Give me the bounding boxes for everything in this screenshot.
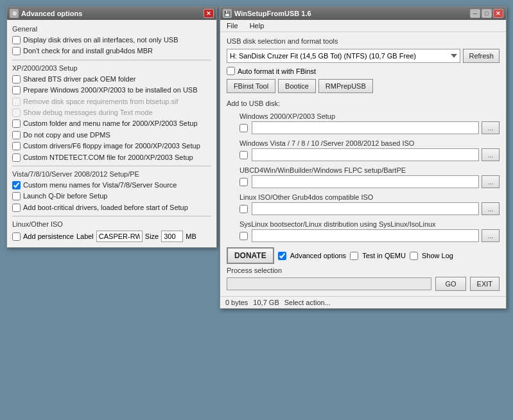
win-vista-checkbox[interactable] bbox=[239, 151, 248, 159]
main-minimize-button[interactable]: ─ bbox=[470, 9, 480, 18]
status-bytes: 0 bytes bbox=[225, 299, 248, 306]
bootice-button[interactable]: Bootice bbox=[278, 79, 316, 93]
ubcd-path-input[interactable] bbox=[252, 175, 479, 188]
win-vista-entry: Windows Vista / 7 / 8 / 10 /Server 2008/… bbox=[227, 139, 500, 161]
custom-menu-checkbox[interactable] bbox=[12, 181, 21, 189]
launch-qdir-label[interactable]: Launch Q-Dir before Setup bbox=[23, 191, 107, 201]
dont-check-grub-checkbox[interactable] bbox=[12, 47, 21, 55]
ubcd-browse-button[interactable]: ... bbox=[482, 175, 500, 188]
fbinst-tool-button[interactable]: FBinst Tool bbox=[227, 79, 275, 93]
rmprepusb-button[interactable]: RMPrepUSB bbox=[318, 79, 373, 93]
win-vista-browse-button[interactable]: ... bbox=[482, 148, 500, 161]
linux-iso-checkbox[interactable] bbox=[239, 205, 248, 213]
win-xp-entry: Windows 2000/XP/2003 Setup ... bbox=[227, 112, 500, 134]
main-maximize-button[interactable]: □ bbox=[482, 9, 492, 18]
main-window-title: WinSetupFromUSB 1.6 bbox=[234, 10, 311, 17]
custom-ntdetect-checkbox[interactable] bbox=[12, 153, 21, 162]
go-button[interactable]: GO bbox=[435, 277, 465, 291]
add-boot-critical-label[interactable]: Add boot-critical drivers, loaded before… bbox=[23, 203, 188, 213]
win-xp-browse-button[interactable]: ... bbox=[482, 121, 500, 134]
test-qemu-label[interactable]: Test in QEMU bbox=[362, 252, 406, 259]
win-xp-path-input[interactable] bbox=[252, 121, 479, 134]
add-persistence-checkbox[interactable] bbox=[12, 232, 21, 241]
win-vista-input-row: ... bbox=[239, 148, 500, 161]
refresh-button[interactable]: Refresh bbox=[463, 49, 500, 63]
ubcd-entry: UBCD4Win/WinBuilder/Windows FLPC setup/B… bbox=[227, 166, 500, 188]
do-not-copy-checkbox[interactable] bbox=[12, 131, 21, 139]
main-close-button[interactable]: ✕ bbox=[493, 9, 503, 18]
advanced-options-close-button[interactable]: ✕ bbox=[204, 9, 214, 18]
custom-ntdetect-row: Custom NTDETECT.COM file for 2000/XP/200… bbox=[12, 153, 211, 162]
exit-button[interactable]: EXIT bbox=[470, 277, 500, 291]
advanced-options-body: General Display disk drives on all inter… bbox=[7, 20, 216, 247]
do-not-copy-label[interactable]: Do not copy and use DPMS bbox=[23, 130, 110, 140]
launch-qdir-checkbox[interactable] bbox=[12, 192, 21, 200]
add-persistence-label[interactable]: Add persistence bbox=[23, 232, 74, 240]
casper-rw-input[interactable] bbox=[96, 231, 143, 242]
size-input[interactable] bbox=[161, 231, 183, 242]
win-vista-label: Windows Vista / 7 / 8 / 10 /Server 2008/… bbox=[239, 139, 500, 147]
usb-drive-dropdown[interactable]: H: SanDisk Cruzer Fit (14,5 GB Tot) (NTF… bbox=[227, 49, 461, 63]
prepare-win-label[interactable]: Prepare Windows 2000/XP/2003 to be insta… bbox=[23, 85, 198, 95]
xp-section-label: XP/2000/2003 Setup bbox=[12, 64, 211, 72]
syslinux-input-row: ... bbox=[239, 229, 500, 242]
ubcd-input-row: ... bbox=[239, 175, 500, 188]
display-disk-checkbox[interactable] bbox=[12, 36, 21, 44]
custom-folder-label[interactable]: Custom folder and menu name for 2000/XP/… bbox=[23, 119, 198, 128]
custom-folder-checkbox[interactable] bbox=[12, 119, 21, 128]
shared-bts-row: Shared BTS driver pack OEM folder bbox=[12, 74, 211, 84]
show-log-label[interactable]: Show Log bbox=[422, 252, 453, 259]
ubcd-checkbox[interactable] bbox=[239, 178, 248, 186]
shared-bts-label[interactable]: Shared BTS driver pack OEM folder bbox=[23, 74, 135, 84]
main-window: 💾 WinSetupFromUSB 1.6 ─ □ ✕ File Help US… bbox=[220, 6, 507, 309]
advanced-options-icon: ⚙ bbox=[10, 9, 19, 18]
syslinux-entry: SysLinux bootsector/Linux distribution u… bbox=[227, 220, 500, 242]
custom-folder-row: Custom folder and menu name for 2000/XP/… bbox=[12, 119, 211, 128]
test-qemu-checkbox[interactable] bbox=[350, 252, 358, 260]
auto-format-label[interactable]: Auto format it with FBinst bbox=[238, 67, 316, 75]
advanced-options-checkbox-label[interactable]: Advanced options bbox=[290, 252, 346, 259]
win-xp-checkbox[interactable] bbox=[239, 124, 248, 132]
custom-drivers-label[interactable]: Custom drivers/F6 floppy image for 2000/… bbox=[23, 141, 200, 151]
linux-iso-path-input[interactable] bbox=[252, 202, 479, 215]
linux-iso-browse-button[interactable]: ... bbox=[482, 202, 500, 215]
prepare-win-checkbox[interactable] bbox=[12, 86, 21, 94]
syslinux-browse-button[interactable]: ... bbox=[482, 229, 500, 242]
linux-iso-label: Linux ISO/Other Grub4dos compatible ISO bbox=[239, 193, 500, 201]
linux-iso-input-row: ... bbox=[239, 202, 500, 215]
dont-check-grub-label[interactable]: Don't check for and install grub4dos MBR bbox=[23, 46, 153, 56]
donate-button[interactable]: DONATE bbox=[227, 247, 274, 264]
prepare-win-row: Prepare Windows 2000/XP/2003 to be insta… bbox=[12, 85, 211, 95]
custom-drivers-row: Custom drivers/F6 floppy image for 2000/… bbox=[12, 141, 211, 151]
menu-bar: File Help bbox=[220, 20, 506, 32]
status-bar: 0 bytes 10,7 GB Select action... bbox=[220, 296, 506, 308]
divider-1 bbox=[12, 60, 211, 60]
auto-format-checkbox[interactable] bbox=[227, 67, 235, 75]
custom-ntdetect-label[interactable]: Custom NTDETECT.COM file for 2000/XP/200… bbox=[23, 153, 193, 162]
custom-drivers-checkbox[interactable] bbox=[12, 142, 21, 150]
win-vista-path-input[interactable] bbox=[252, 148, 479, 161]
show-log-checkbox[interactable] bbox=[410, 252, 418, 260]
file-menu[interactable]: File bbox=[224, 21, 241, 30]
syslinux-path-input[interactable] bbox=[252, 229, 479, 242]
add-boot-critical-checkbox[interactable] bbox=[12, 204, 21, 212]
usb-selection-row: H: SanDisk Cruzer Fit (14,5 GB Tot) (NTF… bbox=[227, 49, 500, 63]
launch-qdir-row: Launch Q-Dir before Setup bbox=[12, 191, 211, 201]
advanced-options-window: ⚙ Advanced options ✕ General Display dis… bbox=[6, 6, 217, 248]
syslinux-checkbox[interactable] bbox=[239, 232, 248, 240]
custom-menu-label[interactable]: Custom menu names for Vista/7/8/Server S… bbox=[23, 180, 177, 190]
status-action: Select action... bbox=[284, 299, 331, 306]
divider-3 bbox=[12, 216, 211, 216]
show-debug-checkbox bbox=[12, 109, 21, 117]
advanced-options-title: Advanced options bbox=[21, 10, 82, 17]
display-disk-label[interactable]: Display disk drives on all interfaces, n… bbox=[23, 35, 178, 45]
shared-bts-checkbox[interactable] bbox=[12, 75, 21, 83]
main-window-icon: 💾 bbox=[223, 9, 232, 18]
advanced-options-checkbox[interactable] bbox=[278, 252, 286, 260]
do-not-copy-row: Do not copy and use DPMS bbox=[12, 130, 211, 140]
display-disk-row: Display disk drives on all interfaces, n… bbox=[12, 35, 211, 45]
progress-go-row: GO EXIT bbox=[227, 277, 500, 291]
win-xp-label: Windows 2000/XP/2003 Setup bbox=[239, 112, 500, 120]
usb-section-title: USB disk selection and format tools bbox=[227, 37, 500, 45]
help-menu[interactable]: Help bbox=[247, 21, 267, 30]
